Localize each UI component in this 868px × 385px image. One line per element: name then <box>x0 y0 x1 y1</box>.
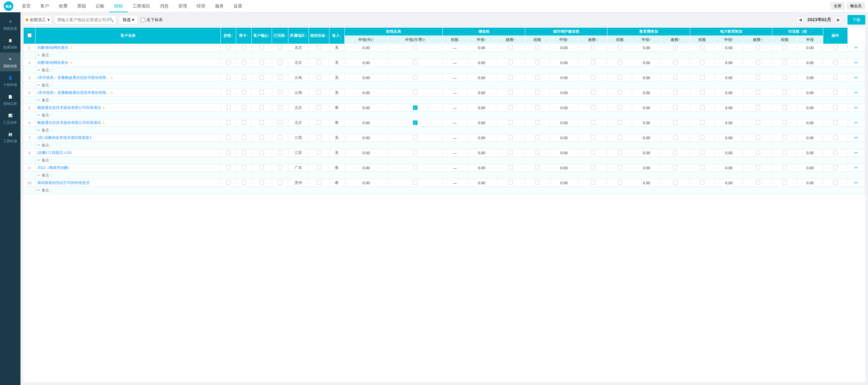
check-box[interactable] <box>833 105 838 110</box>
check-box[interactable] <box>317 165 321 170</box>
check-box[interactable] <box>226 120 231 125</box>
nav-tax[interactable]: 报税 <box>109 0 128 12</box>
check-box[interactable] <box>673 150 678 155</box>
check-box[interactable] <box>756 135 760 140</box>
check-box[interactable] <box>278 90 282 95</box>
check-box[interactable] <box>413 135 417 140</box>
next-month-button[interactable]: ▶ <box>835 16 842 24</box>
check-box[interactable] <box>833 150 838 155</box>
check-box[interactable] <box>700 105 705 110</box>
check-box-checked[interactable] <box>413 120 417 125</box>
check-box[interactable] <box>278 150 282 155</box>
check-box[interactable] <box>673 90 678 95</box>
check-box[interactable] <box>259 45 264 49</box>
check-box[interactable] <box>535 165 540 170</box>
check-box[interactable] <box>591 60 595 65</box>
check-box[interactable] <box>226 90 231 95</box>
edit-icon[interactable]: ✏ <box>854 75 858 80</box>
nav-invoice[interactable]: 票据 <box>72 0 91 12</box>
check-box[interactable] <box>833 165 838 170</box>
check-box[interactable] <box>226 150 231 155</box>
edit-icon[interactable]: ✏ <box>854 105 858 110</box>
check-box[interactable] <box>617 60 622 65</box>
check-box[interactable] <box>782 75 787 80</box>
check-box[interactable] <box>700 135 705 140</box>
check-box[interactable] <box>591 120 595 125</box>
check-box[interactable] <box>242 105 246 110</box>
check-box[interactable] <box>700 120 705 125</box>
check-box[interactable] <box>317 120 321 125</box>
check-box[interactable] <box>756 120 760 125</box>
search-input[interactable] <box>57 17 109 22</box>
check-box[interactable] <box>508 60 513 65</box>
check-box[interactable] <box>242 75 246 80</box>
check-box[interactable] <box>278 75 282 80</box>
check-box[interactable] <box>317 90 321 95</box>
check-box[interactable] <box>591 45 595 49</box>
check-box[interactable] <box>226 60 231 65</box>
check-box[interactable] <box>617 165 622 170</box>
check-box[interactable] <box>535 180 540 185</box>
nav-customer[interactable]: 客户 <box>35 0 54 12</box>
check-box[interactable] <box>508 45 513 49</box>
check-box[interactable] <box>833 90 838 95</box>
sidebar-item-geshuishenbao[interactable]: 👤 个税申报 <box>0 71 20 90</box>
check-box[interactable] <box>673 45 678 49</box>
check-box[interactable] <box>259 105 264 110</box>
edit-icon[interactable]: ✏ <box>854 180 858 185</box>
check-box[interactable] <box>756 60 760 65</box>
check-box[interactable] <box>226 75 231 80</box>
check-box[interactable] <box>617 150 622 155</box>
check-box[interactable] <box>226 180 231 185</box>
check-box[interactable] <box>259 180 264 185</box>
check-box[interactable] <box>535 120 540 125</box>
data-table-wrapper[interactable]: 客户名称 抄税↑ 滑卡↑ 客户确认↑ 已完税↑ 所属地区↑ 税控设备↑ 收入↑ … <box>23 27 865 382</box>
check-box[interactable] <box>782 135 787 140</box>
check-box[interactable] <box>535 135 540 140</box>
check-box[interactable] <box>756 75 760 80</box>
check-box[interactable] <box>591 180 595 185</box>
prev-month-button[interactable]: ◀ <box>797 16 804 24</box>
check-box[interactable] <box>833 180 838 185</box>
sidebar-item-baoshujilu[interactable]: 📄 报税记录 <box>0 90 20 109</box>
check-box[interactable] <box>226 45 231 49</box>
nav-bookkeeping[interactable]: 记账 <box>91 0 109 12</box>
check-box[interactable] <box>673 75 678 80</box>
check-box[interactable] <box>782 165 787 170</box>
check-box[interactable] <box>317 45 321 49</box>
client-name-link[interactable]: 畅捷通信息技术股份有限公司民珠测试 <box>37 120 101 125</box>
check-box[interactable] <box>591 165 595 170</box>
check-box[interactable] <box>413 60 417 65</box>
sidebar-item-piliangshuibao[interactable]: 📋 批量报税 <box>0 34 20 53</box>
check-box[interactable] <box>278 180 282 185</box>
check-box[interactable] <box>413 150 417 155</box>
client-name-link[interactable]: 勿删!新锐网络通信 <box>37 45 68 49</box>
check-box[interactable] <box>591 75 595 80</box>
check-box[interactable] <box>413 45 417 49</box>
check-box[interactable] <box>700 60 705 65</box>
check-box[interactable] <box>278 135 282 140</box>
fullscreen-button[interactable]: 全屏 <box>831 2 844 10</box>
check-box[interactable] <box>508 150 513 155</box>
nav-home[interactable]: 首页 <box>17 0 35 12</box>
edit-icon[interactable]: ✏ <box>854 165 858 170</box>
edit-icon[interactable]: ✏ <box>854 135 858 140</box>
check-box[interactable] <box>242 90 246 95</box>
check-box[interactable] <box>278 165 282 170</box>
check-box[interactable] <box>535 75 540 80</box>
staff-filter-select[interactable]: 全部员工 ▾ <box>23 15 52 25</box>
check-box[interactable] <box>617 90 622 95</box>
filter-button[interactable]: 筛选 ▾ <box>119 15 138 25</box>
check-box[interactable] <box>617 135 622 140</box>
edit-icon[interactable]: ✏ <box>854 90 858 95</box>
check-box[interactable] <box>591 135 595 140</box>
check-box[interactable] <box>617 120 622 125</box>
check-box[interactable] <box>782 90 787 95</box>
nav-billing[interactable]: 收费 <box>54 0 72 12</box>
check-box[interactable] <box>317 135 321 140</box>
check-box[interactable] <box>673 180 678 185</box>
check-box[interactable] <box>833 120 838 125</box>
client-name-link[interactable]: 勿删!新锐网络通信 <box>37 60 68 65</box>
check-box[interactable] <box>617 105 622 110</box>
check-box[interactable] <box>700 45 705 49</box>
